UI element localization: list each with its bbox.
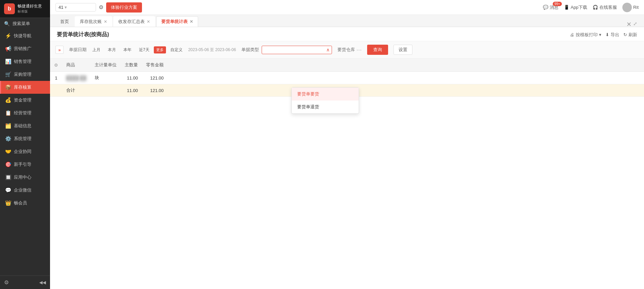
print-icon: 🖨: [570, 32, 574, 37]
print-label: 按模板打印: [576, 32, 598, 38]
footer-extra: [168, 84, 644, 97]
warehouse-filter-label: 要货仓库: [337, 47, 355, 53]
date-btn-custom[interactable]: 自定义: [167, 46, 186, 54]
sidebar-item-purchase[interactable]: 🛒 采购管理: [0, 68, 50, 81]
footer-qty: 11.00: [121, 84, 142, 97]
date-btn-this-month[interactable]: 本月: [105, 46, 119, 54]
sidebar-item-wechat[interactable]: 💬 企业微信: [0, 184, 50, 197]
tab-order-stats-label: 要货单统计表: [161, 19, 188, 25]
tab-inventory-batch[interactable]: 库存批次账 ✕: [75, 16, 112, 27]
col-qty: 主数量: [121, 59, 142, 72]
guide-icon: 🎯: [5, 161, 11, 168]
tab-inventory-batch-label: 库存批次账: [80, 19, 102, 25]
online-service-btn[interactable]: 🎧 在线客服: [593, 4, 617, 10]
query-button[interactable]: 查询: [367, 45, 388, 55]
type-filter-input[interactable]: [262, 46, 324, 54]
search-menu[interactable]: 🔍 搜索菜单: [0, 18, 50, 29]
close-window-icon[interactable]: ✕: [626, 21, 632, 27]
dropdown-clear-icon[interactable]: ∧: [324, 47, 332, 52]
avatar: [622, 3, 632, 12]
settings-icon[interactable]: ⚙: [4, 279, 9, 286]
tab-close-icon[interactable]: ✕: [104, 19, 107, 24]
refresh-action[interactable]: ↻ 刷新: [623, 32, 637, 38]
cell-unit: 块: [91, 72, 121, 84]
col-settings: ⚙: [50, 59, 62, 72]
footer-unit-empty: [91, 84, 121, 97]
settings-button[interactable]: 设置: [393, 45, 412, 55]
page-title: 要货单统计表(按商品): [57, 31, 109, 38]
date-btn-more[interactable]: 更多: [154, 46, 166, 53]
dropdown-item-label: 要货单退货: [297, 104, 319, 109]
export-action[interactable]: ⬇ 导出: [605, 32, 619, 38]
date-range-text: 2023-05-06 至 2023-06-06: [188, 47, 236, 53]
tab-close-icon[interactable]: ✕: [147, 19, 150, 24]
warehouse-more-icon[interactable]: ⋯: [356, 47, 362, 53]
chevron-right-icon: »: [58, 47, 61, 52]
sidebar-item-label: 快捷导航: [14, 33, 31, 39]
sales-icon: 📊: [5, 59, 11, 65]
company-selector[interactable]: 41 ▾: [55, 3, 96, 12]
messages-btn[interactable]: 💬 消息 99+: [543, 4, 558, 10]
app-download-icon: 📱: [564, 5, 569, 10]
tab-home[interactable]: 首页: [55, 17, 74, 27]
date-btn-this-year[interactable]: 本年: [120, 46, 135, 54]
sidebar-item-label: 应用中心: [14, 174, 31, 180]
topbar-settings-icon[interactable]: ⚙: [99, 4, 103, 10]
sidebar-item-app-center[interactable]: 🔲 应用中心: [0, 171, 50, 184]
sidebar-item-guide[interactable]: 🎯 新手引导: [0, 158, 50, 171]
dropdown-item-order-return[interactable]: 要货单退货: [292, 101, 359, 113]
cell-qty: 11.00: [121, 72, 142, 84]
collapse-icon[interactable]: ◀◀: [39, 280, 46, 285]
type-filter-group: 单据类型 ∧: [241, 46, 332, 54]
sidebar-item-label: 企业协同: [14, 149, 31, 155]
print-action[interactable]: 🖨 按模板打印 ▾: [570, 32, 601, 38]
sidebar-item-label: 新手引导: [14, 161, 31, 168]
product-name-blurred: ████ ██: [66, 75, 87, 81]
tab-order-stats[interactable]: 要货单统计表 ✕: [156, 16, 198, 27]
date-btn-last-month[interactable]: 上月: [89, 46, 103, 54]
wechat-icon: 💬: [5, 187, 11, 193]
main-content: 41 ▾ ⚙ 体验行业方案 💬 消息 99+ 📱 App下载 🎧 在线客服: [50, 0, 644, 289]
app-download-btn[interactable]: 📱 App下载: [564, 4, 587, 10]
messages-badge: 99+: [553, 2, 562, 6]
page-content: 要货单统计表(按商品) 🖨 按模板打印 ▾ ⬇ 导出 ↻ 刷新: [50, 27, 644, 289]
sidebar-nav: ⚡ 快捷导航 📢 营销推广 📊 销售管理 🛒 采购管理 📦 库存核算 💰 资金管…: [0, 29, 50, 275]
sidebar-item-sales[interactable]: 📊 销售管理: [0, 55, 50, 68]
filter-bar: » 单据日期 上月 本月 本年 近7天 更多 自定义 2023-05-06 至 …: [50, 41, 644, 59]
sidebar-item-system[interactable]: ⚙️ 系统管理: [0, 132, 50, 145]
sidebar-item-label: 企业微信: [14, 187, 31, 193]
type-dropdown: 要货单要货 要货单退货: [291, 87, 359, 114]
export-icon: ⬇: [605, 32, 609, 37]
sidebar-item-enterprise[interactable]: 🤝 企业协同: [0, 145, 50, 158]
sidebar-item-finance[interactable]: 💰 资金管理: [0, 94, 50, 107]
expand-window-icon[interactable]: ⤢: [633, 21, 639, 27]
quick-nav-icon: ⚡: [5, 33, 11, 39]
user-avatar-btn[interactable]: Rit: [622, 3, 639, 12]
tab-recv-send-summary[interactable]: 收发存汇总表 ✕: [113, 16, 155, 27]
dropdown-item-order-request[interactable]: 要货单要货: [292, 88, 359, 101]
sidebar-item-inventory[interactable]: 📦 库存核算: [0, 81, 50, 94]
filter-expand-button[interactable]: »: [55, 46, 64, 54]
sidebar-item-operation[interactable]: 📋 经营管理: [0, 107, 50, 119]
online-service-label: 在线客服: [599, 4, 617, 10]
sidebar-item-marketing[interactable]: 📢 营销推广: [0, 42, 50, 55]
date-buttons: 上月 本月 本年 近7天 更多 自定义: [89, 46, 186, 54]
app-download-label: App下载: [571, 4, 587, 10]
refresh-icon: ↻: [623, 32, 627, 37]
date-btn-last-7[interactable]: 近7天: [136, 46, 152, 54]
sidebar-item-member[interactable]: 👑 畅会员: [0, 197, 50, 209]
sidebar-item-label: 采购管理: [14, 71, 31, 77]
logo-icon: b: [4, 3, 15, 14]
cell-no: 1: [50, 72, 62, 84]
sidebar-item-label: 销售管理: [14, 59, 31, 65]
table-header-row: ⚙ 商品 主计量单位 主数量 零售金额: [50, 59, 644, 72]
trial-button[interactable]: 体验行业方案: [106, 2, 142, 13]
table-settings-icon[interactable]: ⚙: [54, 63, 58, 68]
company-name: 41: [58, 5, 63, 10]
finance-icon: 💰: [5, 97, 11, 103]
tab-close-icon[interactable]: ✕: [190, 19, 193, 24]
sidebar-item-quick-nav[interactable]: ⚡ 快捷导航: [0, 29, 50, 42]
sidebar-item-basic[interactable]: 🗂️ 基础信息: [0, 119, 50, 132]
export-label: 导出: [611, 32, 619, 38]
search-icon: 🔍: [4, 21, 10, 26]
